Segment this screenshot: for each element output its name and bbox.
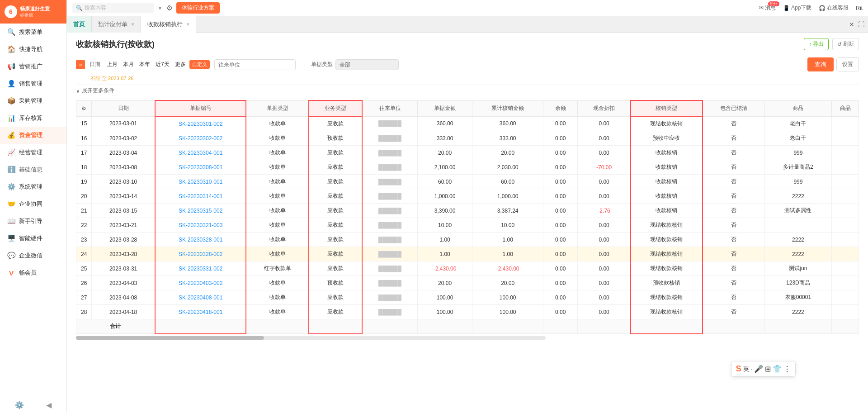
sidebar-item-member[interactable]: V 畅会员 bbox=[0, 264, 66, 281]
doc-no-link[interactable]: SK-20230328-002 bbox=[179, 251, 222, 257]
sidebar-item-quick[interactable]: 🏠 快捷导航 bbox=[0, 41, 66, 58]
cell-biz-type: 应收款 bbox=[309, 146, 362, 160]
dropdown-arrow-icon[interactable]: ▼ bbox=[157, 5, 163, 11]
cell-goods1: 老白干 bbox=[764, 131, 831, 146]
sidebar-item-wechat[interactable]: 💬 企业微信 bbox=[0, 247, 66, 264]
industry-solution-button[interactable]: 体验行业方案 bbox=[176, 2, 220, 14]
date-btn-this-year[interactable]: 本年 bbox=[137, 60, 152, 69]
scrollbar-hint[interactable] bbox=[76, 336, 546, 340]
cell-verify-type: 现结收款核销 bbox=[631, 233, 703, 247]
cell-goods1: 2222 bbox=[764, 305, 831, 319]
doc-no-link[interactable]: SK-20230304-001 bbox=[179, 150, 222, 156]
topbar-search[interactable]: 🔍 搜索内容 bbox=[72, 3, 154, 13]
cell-included: 否 bbox=[703, 247, 765, 261]
tab-collection-close-icon[interactable]: × bbox=[186, 21, 189, 28]
th-amount[interactable]: 单据金额 bbox=[418, 100, 472, 116]
date-btn-last-month[interactable]: 上月 bbox=[105, 60, 119, 69]
unit-input[interactable] bbox=[214, 59, 296, 70]
tab-home[interactable]: 首页 bbox=[67, 16, 92, 33]
tab-close-all-icon[interactable]: ✕ bbox=[849, 21, 854, 28]
doc-no-link[interactable]: SK-20230328-001 bbox=[179, 237, 222, 243]
cell-balance: 0.00 bbox=[543, 116, 578, 131]
doc-no-link[interactable]: SK-20230301-002 bbox=[179, 121, 222, 127]
doc-no-link[interactable]: SK-20230403-002 bbox=[179, 280, 222, 286]
scrollbar-thumb[interactable] bbox=[76, 336, 264, 340]
th-goods1[interactable]: 商品 bbox=[764, 100, 831, 116]
sidebar: 6 畅康道好生意 标推版 🔍 搜索菜单 🏠 快捷导航 📢 营销推广 👤 销售管理… bbox=[0, 0, 67, 413]
cell-goods2 bbox=[832, 131, 859, 146]
sidebar-item-inventory[interactable]: 📊 库存核算 bbox=[0, 109, 66, 127]
sidebar-item-label: 资金管理 bbox=[19, 131, 42, 139]
sidebar-item-cooperation[interactable]: 🤝 企业协同 bbox=[0, 195, 66, 213]
date-btn-custom[interactable]: 自定义 bbox=[189, 60, 210, 69]
collapse-icon[interactable]: ◀ bbox=[46, 401, 52, 409]
mic-icon[interactable]: 🎤 bbox=[754, 365, 763, 373]
date-btn-this-month[interactable]: 本月 bbox=[121, 60, 136, 69]
doc-no-link[interactable]: SK-20230331-002 bbox=[179, 266, 222, 272]
sidebar-item-label: 基础信息 bbox=[19, 166, 42, 174]
th-cash-disc[interactable]: 现金折扣 bbox=[578, 100, 631, 116]
shirt-icon[interactable]: 👕 bbox=[773, 365, 782, 373]
tab-expand-icon[interactable]: ⛶ bbox=[858, 21, 864, 28]
refresh-icon: ↺ bbox=[837, 41, 842, 47]
tab-prepayment[interactable]: 预计应付单 × bbox=[92, 16, 141, 33]
sidebar-item-system[interactable]: ⚙️ 系统管理 bbox=[0, 178, 66, 195]
expand-more-button[interactable]: ∨ 展开更多条件 bbox=[76, 85, 859, 96]
th-settings[interactable]: ⚙ bbox=[76, 100, 92, 116]
doc-no-link[interactable]: SK-20230408-001 bbox=[179, 294, 222, 301]
th-date[interactable]: 日期 bbox=[92, 100, 155, 116]
doc-no-link[interactable]: SK-20230310-001 bbox=[179, 179, 222, 185]
cell-unit: ██████ bbox=[362, 290, 417, 305]
th-accum[interactable]: 累计核销金额 bbox=[472, 100, 543, 116]
th-biz-type[interactable]: 业务类型 bbox=[309, 100, 362, 116]
tab-prepayment-close-icon[interactable]: × bbox=[131, 21, 134, 28]
cell-date: 2023-03-14 bbox=[92, 189, 155, 204]
doc-no-link[interactable]: SK-20230314-001 bbox=[179, 193, 222, 199]
cell-doc-type: 收款单 bbox=[246, 160, 308, 175]
doc-type-select[interactable]: 全部 bbox=[335, 59, 399, 70]
settings-button[interactable]: 设置 bbox=[836, 57, 859, 71]
cell-amount: 20.00 bbox=[418, 276, 472, 290]
sidebar-item-basic[interactable]: ℹ️ 基础信息 bbox=[0, 161, 66, 178]
date-btn-more[interactable]: 更多 bbox=[173, 60, 188, 69]
refresh-button[interactable]: ↺ 刷新 bbox=[832, 38, 859, 50]
message-button[interactable]: ✉ 消息 99+ bbox=[759, 4, 776, 12]
th-verify-type[interactable]: 核销类型 bbox=[631, 100, 703, 116]
th-doc-no[interactable]: 单据编号 bbox=[155, 100, 246, 116]
gear-icon[interactable]: ⚙ bbox=[166, 4, 173, 12]
online-service-button[interactable]: 🎧 在线客服 bbox=[819, 4, 849, 12]
cell-date: 2023-03-01 bbox=[92, 116, 155, 131]
doc-no-link[interactable]: SK-20230302-002 bbox=[179, 135, 222, 142]
cell-date: 2023-03-10 bbox=[92, 175, 155, 189]
cell-cash-disc: 0.00 bbox=[578, 247, 631, 261]
th-goods2[interactable]: 商品 bbox=[832, 100, 859, 116]
sidebar-item-search[interactable]: 🔍 搜索菜单 bbox=[0, 24, 66, 41]
th-included[interactable]: 包含已结清 bbox=[703, 100, 765, 116]
settings-icon[interactable]: ⚙️ bbox=[15, 401, 24, 409]
more-icon[interactable]: ⋮ bbox=[783, 365, 791, 373]
cell-doc-no: SK-20230302-002 bbox=[155, 131, 246, 146]
sidebar-item-marketing[interactable]: 📢 营销推广 bbox=[0, 58, 66, 75]
doc-no-link[interactable]: SK-20230418-001 bbox=[179, 309, 222, 315]
tab-collection[interactable]: 收款核销执行 × bbox=[141, 16, 196, 33]
sidebar-item-sales[interactable]: 👤 销售管理 bbox=[0, 75, 66, 92]
cell-biz-type: 预收款 bbox=[309, 276, 362, 290]
sidebar-item-purchase[interactable]: 📦 采购管理 bbox=[0, 92, 66, 109]
export-button[interactable]: ↑ 导出 bbox=[804, 38, 829, 50]
date-btn-7days[interactable]: 近7天 bbox=[154, 60, 171, 69]
sidebar-item-hardware[interactable]: 🖥️ 智能硬件 bbox=[0, 230, 66, 247]
th-doc-type[interactable]: 单据类型 bbox=[246, 100, 308, 116]
doc-no-link[interactable]: SK-20230321-003 bbox=[179, 222, 222, 228]
th-unit[interactable]: 往来单位 bbox=[362, 100, 417, 116]
doc-no-link[interactable]: SK-20230315-002 bbox=[179, 208, 222, 214]
filter-collapse-button[interactable]: » bbox=[76, 60, 85, 69]
sidebar-item-guide[interactable]: 📖 新手引导 bbox=[0, 213, 66, 230]
doc-no-link[interactable]: SK-20230308-001 bbox=[179, 164, 222, 171]
sidebar-item-finance[interactable]: 💰 资金管理 bbox=[0, 127, 66, 144]
grid-icon[interactable]: ⊞ bbox=[765, 365, 771, 373]
th-balance[interactable]: 余额 bbox=[543, 100, 578, 116]
sidebar-item-operations[interactable]: 📈 经营管理 bbox=[0, 144, 66, 161]
query-button[interactable]: 查询 bbox=[807, 57, 834, 71]
cell-accum: 3,387.24 bbox=[472, 204, 543, 218]
app-download-button[interactable]: 📱 App下载 bbox=[783, 4, 811, 12]
